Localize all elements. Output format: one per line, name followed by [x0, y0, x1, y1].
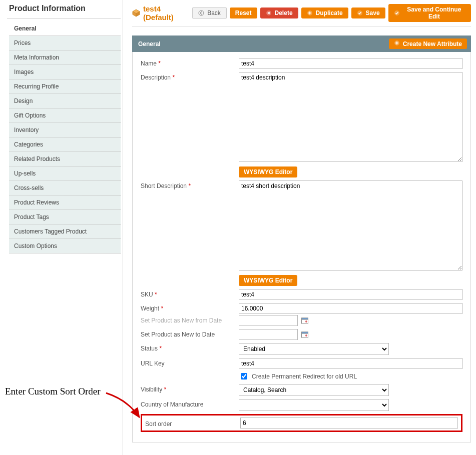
- label-name: Name: [141, 60, 157, 67]
- label-new-from: Set Product as New from Date: [141, 317, 222, 324]
- back-button[interactable]: Back: [192, 7, 227, 19]
- delete-button[interactable]: Delete: [260, 8, 298, 18]
- required-asterisk: *: [155, 291, 157, 298]
- redirect-label: Create Permanent Redirect for old URL: [252, 373, 357, 380]
- calendar-icon[interactable]: [301, 316, 309, 324]
- sidebar-item-general[interactable]: General: [9, 22, 121, 36]
- check-circle-icon: [357, 10, 363, 16]
- sidebar-item-recurring-profile[interactable]: Recurring Profile: [9, 80, 121, 94]
- sku-input[interactable]: [239, 289, 462, 300]
- wysiwyg-button[interactable]: WYSIWYG Editor: [239, 275, 297, 286]
- short-description-textarea[interactable]: [239, 180, 462, 270]
- sidebar-item-inventory[interactable]: Inventory: [9, 123, 121, 138]
- header-rule: [132, 26, 471, 26]
- sidebar-item-related-products[interactable]: Related Products: [9, 152, 121, 166]
- name-input[interactable]: [239, 58, 462, 69]
- sidebar-item-categories[interactable]: Categories: [9, 138, 121, 152]
- new-from-date-input[interactable]: [239, 315, 298, 326]
- label-sku: SKU: [141, 291, 153, 298]
- required-asterisk: *: [161, 305, 163, 312]
- check-circle-icon: [394, 10, 400, 16]
- required-asterisk: *: [164, 386, 166, 393]
- svg-rect-10: [302, 318, 308, 320]
- sort-order-highlight: Sort order: [141, 414, 462, 432]
- required-asterisk: *: [159, 345, 162, 352]
- new-to-date-input[interactable]: [239, 329, 298, 340]
- svg-rect-13: [302, 332, 308, 334]
- reset-button[interactable]: Reset: [230, 8, 257, 18]
- delete-x-icon: [266, 10, 272, 16]
- sidebar-item-meta-information[interactable]: Meta Information: [9, 50, 121, 65]
- save-continue-button[interactable]: Save and Continue Edit: [388, 4, 471, 22]
- label-weight: Weight: [141, 305, 159, 312]
- sidebar-item-customers-tagged-product[interactable]: Customers Tagged Product: [9, 224, 121, 239]
- label-sort-order: Sort order: [145, 420, 172, 428]
- sidebar-title: Product Information: [7, 4, 121, 18]
- sort-order-input[interactable]: [240, 418, 458, 428]
- weight-input[interactable]: [239, 303, 462, 314]
- duplicate-button[interactable]: Duplicate: [301, 8, 348, 18]
- svg-point-3: [199, 10, 204, 16]
- sidebar-item-up-sells[interactable]: Up-sells: [9, 166, 121, 181]
- section-title: General: [138, 40, 161, 48]
- label-short-description: Short Description: [141, 182, 187, 190]
- sidebar-item-design[interactable]: Design: [9, 94, 121, 108]
- sidebar-item-images[interactable]: Images: [9, 65, 121, 80]
- visibility-select[interactable]: Catalog, Search: [239, 384, 389, 396]
- sidebar-item-product-reviews[interactable]: Product Reviews: [9, 196, 121, 210]
- country-select[interactable]: [239, 399, 389, 411]
- sidebar-item-prices[interactable]: Prices: [9, 36, 121, 50]
- label-url-key: URL Key: [141, 360, 165, 367]
- save-button[interactable]: Save: [351, 8, 385, 18]
- svg-point-14: [305, 334, 307, 336]
- sidebar-item-gift-options[interactable]: Gift Options: [9, 108, 121, 123]
- label-country: Country of Manufacture: [141, 401, 203, 408]
- back-arrow-icon: [198, 10, 204, 16]
- required-asterisk: *: [158, 60, 161, 67]
- sidebar-item-custom-options[interactable]: Custom Options: [9, 239, 121, 254]
- required-asterisk: *: [172, 74, 175, 81]
- label-new-to: Set Product as New to Date: [141, 331, 215, 338]
- svg-point-11: [305, 320, 307, 322]
- annotation-text: Enter Custom Sort Order: [5, 386, 101, 397]
- redirect-checkbox[interactable]: [241, 373, 247, 380]
- plus-circle-icon: [394, 40, 400, 48]
- url-key-input[interactable]: [239, 358, 462, 369]
- label-status: Status: [141, 345, 158, 352]
- status-select[interactable]: Enabled: [239, 343, 389, 355]
- create-attribute-button[interactable]: Create New Attribute: [389, 38, 467, 49]
- plus-circle-icon: [307, 10, 313, 16]
- label-visibility: Visibility: [141, 386, 162, 393]
- page-title: test4 (Default): [143, 4, 192, 22]
- required-asterisk: *: [188, 182, 191, 190]
- sidebar-item-product-tags[interactable]: Product Tags: [9, 210, 121, 224]
- sidebar-item-cross-sells[interactable]: Cross-sells: [9, 181, 121, 196]
- label-description: Description: [141, 74, 171, 81]
- calendar-icon[interactable]: [301, 330, 309, 338]
- product-cube-icon: [132, 9, 140, 17]
- description-textarea[interactable]: [239, 72, 462, 162]
- wysiwyg-button[interactable]: WYSIWYG Editor: [239, 166, 297, 178]
